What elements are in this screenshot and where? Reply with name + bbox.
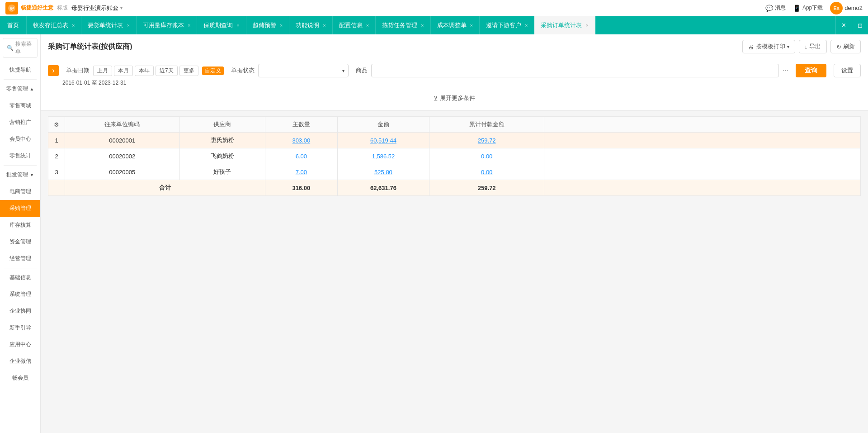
search-menu-btn[interactable]: 🔍 搜索菜单: [3, 38, 38, 58]
query-btn[interactable]: 查询: [796, 64, 826, 77]
sidebar-item-wechat[interactable]: 企业微信: [0, 353, 40, 370]
tab-overstock-label: 超储预警: [253, 21, 276, 29]
col-settings-icon[interactable]: ⚙: [54, 121, 59, 128]
sidebar-item-newbie[interactable]: 新手引导: [0, 319, 40, 336]
row-1-supplier: 惠氏奶粉: [179, 133, 265, 148]
sidebar-item-purchase[interactable]: 采购管理: [0, 200, 40, 217]
app-download-btn[interactable]: 📱 App下载: [793, 4, 823, 12]
refresh-btn[interactable]: ↻ 刷新: [830, 40, 861, 53]
page-title: 采购订单统计表(按供应商): [48, 42, 132, 57]
sidebar-item-ecommerce[interactable]: 电商管理: [0, 183, 40, 200]
footer-extra: [544, 180, 861, 196]
user-area[interactable]: Ea demo2: [830, 2, 863, 14]
row-2-quantity-link[interactable]: 6.00: [296, 153, 307, 160]
tab-picking-close[interactable]: ×: [421, 23, 424, 28]
filter-date-7days[interactable]: 近7天: [156, 66, 178, 76]
footer-quantity: 316.00: [265, 180, 337, 196]
filter-status-label: 单据状态: [231, 67, 255, 75]
message-btn[interactable]: 💬 消息: [765, 4, 786, 12]
table-row: 3 00020005 好孩子 7.00 525.80 0.00: [48, 164, 861, 180]
tab-home[interactable]: 首页: [0, 16, 27, 34]
tab-purchase-stats-close[interactable]: ×: [585, 23, 588, 28]
sidebar-item-quick-nav[interactable]: 快捷导航: [0, 62, 40, 78]
tab-picking[interactable]: 拣货任务管理 ×: [376, 16, 430, 34]
page-header-actions: 🖨 按模板打印 ▾ ↓ 导出 ↻ 刷新: [742, 40, 861, 59]
tab-cost-close[interactable]: ×: [470, 23, 473, 28]
data-table: ⚙ 往来单位编码 供应商 主数量 金额 累计付款金额 1 00020001: [48, 116, 861, 196]
tab-overstock-close[interactable]: ×: [280, 23, 283, 28]
filter-date-cur-month[interactable]: 本月: [114, 66, 133, 76]
export-btn[interactable]: ↓ 导出: [799, 40, 827, 53]
row-2-paid-link[interactable]: 0.00: [481, 153, 492, 160]
tab-invite-close[interactable]: ×: [525, 23, 528, 28]
row-2-amount-link[interactable]: 1,586.52: [372, 153, 395, 160]
sidebar-marketing-label: 营销推广: [9, 119, 31, 126]
tab-function-close[interactable]: ×: [323, 23, 326, 28]
filter-goods-more[interactable]: ···: [783, 67, 788, 75]
row-3-paid-link[interactable]: 0.00: [481, 169, 492, 176]
tab-available-close[interactable]: ×: [188, 23, 190, 28]
filter-date-cur-year[interactable]: 本年: [135, 66, 154, 76]
filter-status-select[interactable]: ▾: [258, 64, 349, 77]
tab-cost[interactable]: 成本调整单 ×: [431, 16, 480, 34]
filter-expand-btn[interactable]: ⊻ 展开更多条件: [426, 92, 482, 104]
sidebar-item-ops[interactable]: 经营管理: [0, 250, 40, 267]
row-2-amount: 1,586.52: [337, 148, 429, 164]
sidebar-item-finance[interactable]: 资金管理: [0, 233, 40, 250]
sidebar-item-retail[interactable]: 零售管理 ▲: [0, 81, 40, 97]
tab-invite[interactable]: 邀请下游客户 ×: [480, 16, 534, 34]
filter-date-more[interactable]: 更多: [179, 66, 198, 76]
tab-available[interactable]: 可用量库存账本 ×: [137, 16, 197, 34]
filter-more-row: ⊻ 展开更多条件: [48, 87, 861, 106]
sidebar-item-wholesale[interactable]: 批发管理 ▼: [0, 167, 40, 183]
tab-restore-btn[interactable]: ⊡: [852, 16, 868, 34]
sidebar-retail-arrow: ▲: [30, 86, 34, 91]
workspace-dropdown[interactable]: 母婴行业演示账套 ▾: [71, 4, 123, 12]
tab-requisition[interactable]: 要货单统计表 ×: [81, 16, 136, 34]
tab-expiry-close[interactable]: ×: [236, 23, 239, 28]
print-chevron: ▾: [787, 44, 789, 49]
tab-close-all-btn[interactable]: ×: [835, 16, 852, 34]
main-layout: 🔍 搜索菜单 快捷导航 零售管理 ▲ 零售商城 营销推广 会员中心 零售统计 批…: [0, 34, 868, 433]
workspace-chevron: ▾: [120, 5, 123, 10]
row-3-quantity-link[interactable]: 7.00: [296, 169, 307, 176]
row-3-amount-link[interactable]: 525.80: [374, 169, 392, 176]
tab-purchase-stats-label: 采购订单统计表: [541, 21, 582, 29]
sidebar-item-system[interactable]: 系统管理: [0, 286, 40, 303]
sidebar-wechat-label: 企业微信: [9, 357, 31, 365]
tab-overstock[interactable]: 超储预警 ×: [246, 16, 289, 34]
sidebar-item-basic[interactable]: 基础信息: [0, 269, 40, 286]
sidebar-item-member[interactable]: 会员中心: [0, 131, 40, 148]
message-label: 消息: [775, 4, 786, 12]
sidebar-item-retail-mall[interactable]: 零售商城: [0, 97, 40, 114]
sidebar-divider-3: [4, 268, 37, 268]
download-icon: 📱: [793, 5, 801, 12]
settings-btn[interactable]: 设置: [834, 64, 861, 77]
row-1-amount-link[interactable]: 60,519.44: [370, 137, 396, 144]
tab-receive[interactable]: 收发存汇总表 ×: [27, 16, 81, 34]
tab-expiry[interactable]: 保质期查询 ×: [197, 16, 246, 34]
tab-function[interactable]: 功能说明 ×: [289, 16, 332, 34]
row-1-quantity-link[interactable]: 303.00: [292, 137, 310, 144]
tab-receive-close[interactable]: ×: [72, 23, 75, 28]
tab-config-close[interactable]: ×: [366, 23, 369, 28]
sidebar-item-inventory[interactable]: 库存核算: [0, 217, 40, 233]
print-btn[interactable]: 🖨 按模板打印 ▾: [742, 40, 795, 53]
filter-status-chevron: ▾: [342, 68, 344, 73]
tab-config[interactable]: 配置信息 ×: [333, 16, 376, 34]
filter-goods-input[interactable]: [371, 64, 779, 77]
filter-date-label: 单据日期: [66, 67, 90, 75]
filter-date-prev-month[interactable]: 上月: [93, 66, 112, 76]
sidebar-enterprise-label: 企业协同: [9, 307, 31, 315]
sidebar-item-enterprise[interactable]: 企业协同: [0, 303, 40, 319]
row-1-paid-link[interactable]: 259.72: [478, 137, 496, 144]
tab-purchase-stats[interactable]: 采购订单统计表 ×: [534, 16, 595, 34]
footer-label: 合计: [65, 180, 265, 196]
sidebar-item-plus[interactable]: 畅会员: [0, 370, 40, 386]
filter-collapse-btn[interactable]: ›: [48, 65, 59, 76]
sidebar-item-marketing[interactable]: 营销推广: [0, 114, 40, 131]
tab-requisition-close[interactable]: ×: [127, 23, 129, 28]
sidebar-item-retail-stats[interactable]: 零售统计: [0, 148, 40, 164]
avatar-initials: Ea: [834, 5, 840, 11]
sidebar-item-app-center[interactable]: 应用中心: [0, 336, 40, 353]
